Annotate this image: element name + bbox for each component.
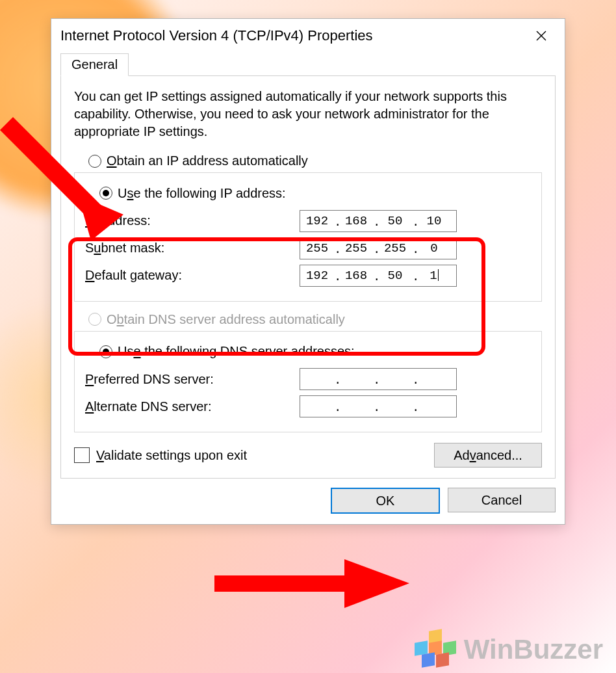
radio-use-following-ip[interactable]: Use the following IP address: [99, 186, 290, 201]
row-ip-address: IP address: 192. 168. 50. 10 [85, 210, 531, 232]
octet: 0 [417, 241, 451, 256]
row-preferred-dns: Preferred DNS server: . . . [85, 368, 531, 390]
close-icon [536, 31, 546, 41]
row-subnet-mask: Subnet mask: 255. 255. 255. 0 [85, 237, 531, 259]
octet: 255 [378, 241, 412, 256]
octet: 50 [378, 269, 412, 283]
row-default-gateway: Default gateway: 192. 168. 50. 1 [85, 265, 531, 287]
dialog-buttons: OK Cancel [51, 488, 565, 524]
ok-button[interactable]: OK [331, 488, 440, 514]
checkbox-icon [74, 447, 90, 463]
radio-use-following-dns[interactable]: Use the following DNS server addresses: [99, 344, 359, 359]
input-alternate-dns[interactable]: . . . [300, 395, 457, 417]
label-preferred-dns: Preferred DNS server: [85, 372, 300, 387]
input-preferred-dns[interactable]: . . . [300, 368, 457, 390]
radio-label: Obtain DNS server address automatically [107, 312, 345, 327]
row-alternate-dns: Alternate DNS server: . . . [85, 395, 531, 417]
tab-row: General [60, 53, 556, 76]
tab-content: You can get IP settings assigned automat… [60, 76, 556, 479]
label-subnet-mask: Subnet mask: [85, 241, 300, 256]
radio-label: Use the following DNS server addresses: [118, 344, 355, 359]
label-default-gateway: Default gateway: [85, 268, 300, 283]
footer-row: Validate settings upon exit Advanced... [74, 443, 542, 468]
octet: 1 [417, 269, 451, 283]
octet: 168 [339, 269, 373, 283]
advanced-button[interactable]: Advanced... [434, 443, 542, 468]
label-alternate-dns: Alternate DNS server: [85, 399, 300, 414]
annotation-arrow-bottom [214, 556, 409, 614]
watermark-logo-icon [415, 630, 457, 669]
titlebar: Internet Protocol Version 4 (TCP/IPv4) P… [51, 19, 565, 49]
input-default-gateway[interactable]: 192. 168. 50. 1 [300, 265, 457, 287]
octet: 168 [339, 214, 373, 228]
description-text: You can get IP settings assigned automat… [74, 88, 542, 140]
radio-label: Obtain an IP address automatically [107, 153, 308, 168]
octet: 255 [339, 241, 373, 256]
radio-label: Use the following IP address: [118, 186, 286, 201]
ip-address-group: Use the following IP address: IP address… [74, 172, 542, 302]
svg-marker-4 [214, 575, 351, 592]
radio-obtain-dns-auto: Obtain DNS server address automatically [88, 312, 542, 327]
checkbox-label: Validate settings upon exit [96, 448, 247, 463]
octet: 192 [300, 269, 334, 283]
watermark-text: WinBuzzer [464, 634, 603, 665]
cancel-button[interactable]: Cancel [448, 488, 556, 512]
dialog-title: Internet Protocol Version 4 (TCP/IPv4) P… [60, 27, 373, 44]
octet: 192 [300, 214, 334, 228]
svg-marker-5 [344, 559, 409, 608]
octet: 255 [300, 241, 334, 256]
radio-icon [99, 187, 112, 200]
label-ip-address: IP address: [85, 213, 300, 228]
tab-general[interactable]: General [60, 53, 129, 76]
text-caret [438, 269, 439, 281]
radio-icon [99, 345, 112, 358]
input-subnet-mask[interactable]: 255. 255. 255. 0 [300, 237, 457, 259]
input-ip-address[interactable]: 192. 168. 50. 10 [300, 210, 457, 232]
watermark: WinBuzzer [415, 630, 603, 669]
close-button[interactable] [527, 25, 556, 46]
octet: 10 [417, 214, 451, 228]
ipv4-properties-dialog: Internet Protocol Version 4 (TCP/IPv4) P… [51, 18, 565, 525]
radio-icon [88, 155, 101, 168]
checkbox-validate[interactable]: Validate settings upon exit [74, 447, 247, 463]
radio-obtain-ip-auto[interactable]: Obtain an IP address automatically [88, 153, 542, 168]
radio-icon [88, 313, 101, 326]
octet: 50 [378, 214, 412, 228]
dns-group: Use the following DNS server addresses: … [74, 331, 542, 433]
